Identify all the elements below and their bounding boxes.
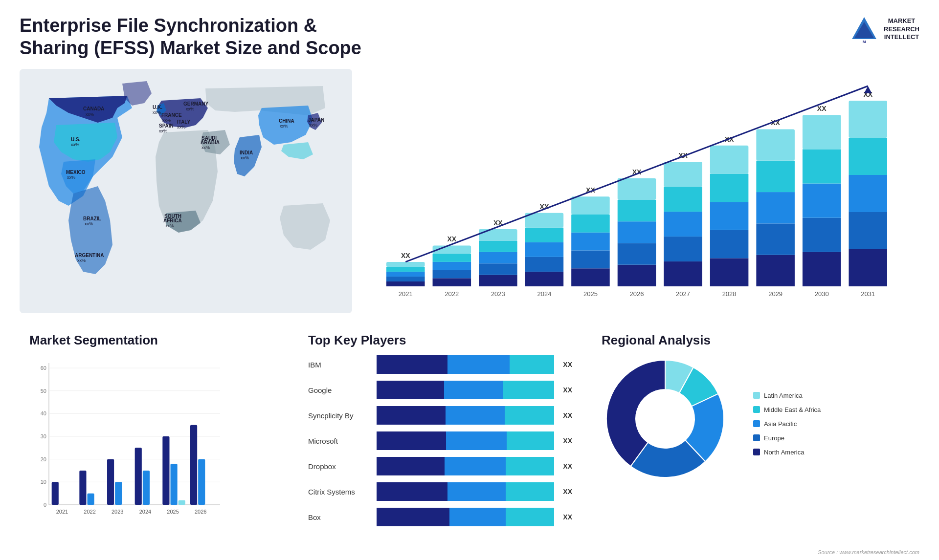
donut-legend-color — [753, 434, 760, 441]
donut-legend-color — [753, 449, 760, 455]
player-bar-label: XX — [563, 462, 572, 470]
map-label-germany: GERMANY — [183, 101, 208, 107]
logo-icon: M — [850, 15, 879, 44]
svg-text:2022: 2022 — [84, 509, 95, 515]
bar-chart: XX2021XX2022XX2023XX2024XX2025XX2026XX20… — [372, 79, 910, 294]
map-label-uk: U.K. — [153, 105, 162, 110]
player-bar-wrap — [377, 431, 554, 450]
svg-text:2024: 2024 — [139, 509, 151, 515]
player-bar-segment — [377, 508, 449, 526]
bar-segment — [849, 101, 887, 138]
player-bar-segment — [447, 355, 510, 374]
bar-segment — [664, 162, 702, 187]
donut-legend-item: Europe — [753, 434, 821, 442]
bar-segment — [664, 237, 702, 261]
map-label-mexico: MEXICO — [66, 170, 86, 175]
svg-text:60: 60 — [41, 365, 46, 371]
player-name: Microsoft — [308, 437, 372, 445]
regional-title: Regional Analysis — [602, 333, 910, 348]
bar-segment — [386, 272, 425, 277]
player-bar-segment — [449, 508, 506, 526]
donut-legend-item: Latin America — [753, 392, 821, 399]
bar-segment — [571, 268, 610, 286]
seg-bar — [107, 459, 114, 505]
svg-text:xx%: xx% — [85, 221, 93, 226]
donut-legend-color — [753, 420, 760, 427]
player-name: Citrix Systems — [308, 488, 372, 496]
map-label-china: CHINA — [279, 118, 294, 124]
player-bar-inner — [377, 355, 554, 374]
seg-bar — [190, 425, 197, 505]
bar-segment — [618, 221, 656, 243]
player-bar-segment — [377, 406, 446, 425]
map-label-france: FRANCE — [161, 112, 182, 118]
svg-text:20: 20 — [41, 456, 46, 462]
bar-segment — [479, 241, 517, 252]
player-name: Google — [308, 386, 372, 394]
bar-segment — [433, 262, 471, 270]
player-bar-inner — [377, 482, 554, 501]
bar-segment — [479, 229, 517, 240]
bar-segment — [525, 242, 564, 257]
svg-text:M: M — [863, 40, 866, 44]
segmentation-chart: 0102030405060202120222023202420252026 — [29, 355, 279, 531]
bar-segment — [803, 150, 841, 184]
svg-text:2021: 2021 — [56, 509, 68, 515]
seg-bar — [52, 482, 59, 505]
svg-text:xx%: xx% — [159, 129, 167, 133]
bar-year-label: 2023 — [491, 290, 505, 298]
player-bar-segment — [505, 406, 554, 425]
bar-segment — [756, 224, 795, 255]
donut-legend-color — [753, 406, 760, 413]
svg-text:50: 50 — [41, 388, 46, 394]
donut-legend-color — [753, 392, 760, 399]
seg-bar — [179, 500, 185, 505]
donut-legend-item: Asia Pacific — [753, 420, 821, 428]
bar-year-label: 2022 — [445, 290, 459, 298]
bar-year-label: 2031 — [861, 290, 875, 298]
source-text: Source : www.marketresearchintellect.com — [818, 549, 919, 555]
seg-bar — [135, 448, 142, 505]
seg-bar — [171, 464, 178, 505]
bar-segment — [618, 200, 656, 221]
bar-segment — [525, 213, 564, 228]
donut-area: Latin AmericaMiddle East & AfricaAsia Pa… — [602, 355, 910, 492]
bar-segment — [525, 272, 564, 286]
bar-top-label: XX — [817, 105, 827, 112]
bar-segment — [479, 275, 517, 286]
player-bar-segment — [446, 431, 507, 450]
donut-legend-label: Latin America — [764, 392, 803, 399]
player-bar-segment — [447, 482, 506, 501]
svg-text:2023: 2023 — [112, 509, 123, 515]
player-row: GoogleXX — [308, 381, 572, 399]
player-bar-segment — [377, 482, 447, 501]
bar-segment — [849, 212, 887, 249]
player-bar-wrap — [377, 508, 554, 526]
map-label-italy: ITALY — [177, 119, 191, 125]
player-bar-segment — [445, 457, 505, 475]
bar-segment — [386, 281, 425, 286]
player-bar-inner — [377, 406, 554, 425]
segmentation-title: Market Segmentation — [29, 333, 279, 348]
seg-bar — [162, 436, 169, 505]
bar-segment — [571, 251, 610, 269]
map-label-canada: CANADA — [83, 106, 104, 111]
donut-legend-label: North America — [764, 449, 804, 456]
svg-text:AFRICA: AFRICA — [163, 218, 182, 223]
player-row: DropboxXX — [308, 457, 572, 475]
player-bar-inner — [377, 457, 554, 475]
bar-segment — [433, 278, 471, 286]
bar-top-label: XX — [401, 252, 410, 259]
player-row: Citrix SystemsXX — [308, 482, 572, 501]
svg-text:30: 30 — [41, 433, 46, 439]
player-name: IBM — [308, 361, 372, 369]
bar-top-label: XX — [447, 236, 456, 243]
bar-year-label: 2029 — [768, 290, 782, 298]
segmentation-container: Market Segmentation 01020304050602021202… — [20, 328, 289, 560]
bar-segment — [756, 255, 795, 286]
bar-segment — [525, 257, 564, 272]
donut-legend-label: Asia Pacific — [764, 420, 797, 428]
map-label-spain: SPAIN — [159, 123, 174, 129]
bar-segment — [803, 252, 841, 286]
player-bar-label: XX — [563, 411, 572, 419]
